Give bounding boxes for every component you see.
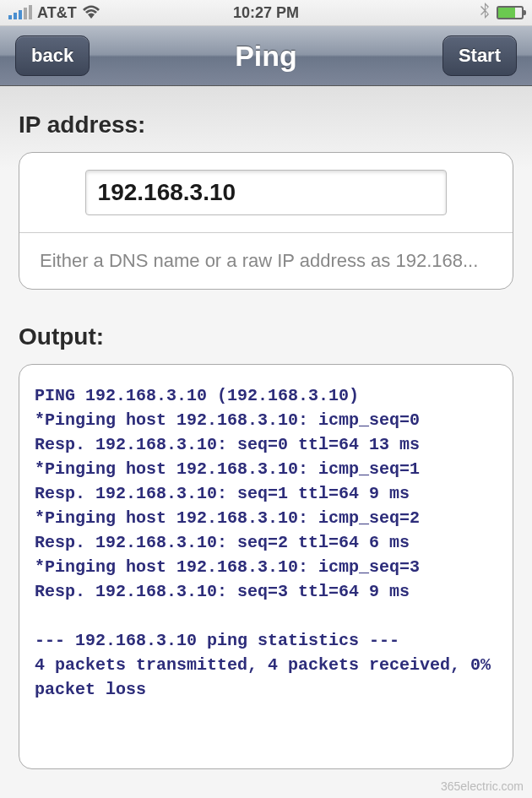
ip-input-group: Either a DNS name or a raw IP address as… <box>19 152 513 290</box>
clock: 10:27 PM <box>233 4 299 22</box>
battery-icon <box>497 6 524 19</box>
back-button[interactable]: back <box>15 35 90 76</box>
ip-input-row <box>19 153 513 233</box>
nav-bar: back Ping Start <box>0 25 532 86</box>
status-right <box>480 3 524 24</box>
status-left: AT&T <box>8 3 100 23</box>
ip-hint-text: Either a DNS name or a raw IP address as… <box>40 250 492 272</box>
status-bar: AT&T 10:27 PM <box>0 0 532 25</box>
signal-bars-icon <box>8 6 32 19</box>
content-area: IP address: Either a DNS name or a raw I… <box>0 86 532 798</box>
ip-address-label: IP address: <box>19 111 513 138</box>
watermark: 365electric.com <box>441 779 524 793</box>
output-box: PING 192.168.3.10 (192.168.3.10) *Pingin… <box>19 364 513 769</box>
output-label: Output: <box>19 323 513 350</box>
start-button[interactable]: Start <box>442 35 517 76</box>
carrier-label: AT&T <box>37 4 77 22</box>
ip-hint-row: Either a DNS name or a raw IP address as… <box>19 233 513 289</box>
wifi-icon <box>82 3 100 23</box>
page-title: Ping <box>235 40 297 73</box>
bluetooth-icon <box>480 3 490 24</box>
ip-address-input[interactable] <box>85 170 448 215</box>
